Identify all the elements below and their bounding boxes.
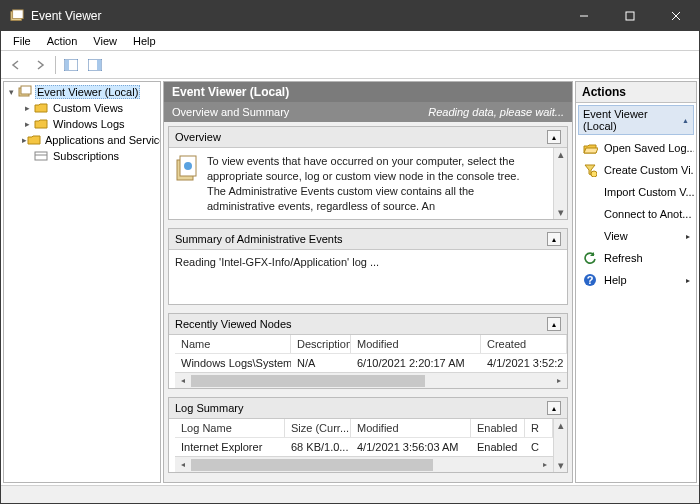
submenu-arrow-icon: ▸ <box>686 232 690 241</box>
chevron-up-icon[interactable]: ▴ <box>547 401 561 415</box>
action-open-saved-log[interactable]: Open Saved Log... <box>578 137 694 159</box>
forward-button[interactable] <box>29 54 51 76</box>
folder-icon <box>33 116 49 132</box>
scroll-left-icon[interactable]: ◂ <box>175 376 191 385</box>
scroll-left-icon[interactable]: ◂ <box>175 460 191 469</box>
scroll-right-icon[interactable]: ▸ <box>537 460 553 469</box>
collapse-icon[interactable]: ▾ <box>6 87 17 97</box>
action-refresh[interactable]: Refresh <box>578 247 694 269</box>
action-view[interactable]: View ▸ <box>578 225 694 247</box>
table-row[interactable]: Internet Explorer 68 KB/1.0... 4/1/2021 … <box>175 438 553 456</box>
maximize-button[interactable] <box>607 1 653 31</box>
tree-root[interactable]: ▾ Event Viewer (Local) <box>4 84 160 100</box>
action-import-custom-view[interactable]: Import Custom V... <box>578 181 694 203</box>
folder-icon <box>33 100 49 116</box>
col-description[interactable]: Description <box>291 335 351 353</box>
recent-hscroll[interactable]: ◂ ▸ <box>175 372 567 388</box>
svg-point-16 <box>184 162 192 170</box>
menu-help[interactable]: Help <box>125 33 164 49</box>
tree-subscriptions[interactable]: Subscriptions <box>4 148 160 164</box>
cell-enabled: Enabled <box>471 438 525 456</box>
log-summary-table: Log Name Size (Curr... Modified Enabled … <box>175 419 553 456</box>
action-label: Open Saved Log... <box>604 142 694 154</box>
tree-item-label: Applications and Services Lo <box>43 134 160 146</box>
close-button[interactable] <box>653 1 699 31</box>
cell-r: C <box>525 438 553 456</box>
center-header-title: Overview and Summary Reading data, pleas… <box>164 102 572 122</box>
center-pane: Event Viewer (Local) Overview and Summar… <box>163 81 573 483</box>
cell-created: 4/1/2021 3:52:2 <box>481 354 567 372</box>
scroll-right-icon[interactable]: ▸ <box>551 376 567 385</box>
cell-size: 68 KB/1.0... <box>285 438 351 456</box>
cell-modified: 4/1/2021 3:56:03 AM <box>351 438 471 456</box>
app-icon <box>9 8 25 24</box>
triangle-up-icon: ▲ <box>682 117 689 124</box>
show-tree-button[interactable] <box>60 54 82 76</box>
submenu-arrow-icon: ▸ <box>686 276 690 285</box>
recent-nodes-header[interactable]: Recently Viewed Nodes ▴ <box>169 314 567 335</box>
subscriptions-icon <box>33 148 49 164</box>
recent-nodes-table: Name Description Modified Created Window… <box>175 335 567 372</box>
overview-scrollbar[interactable]: ▴▾ <box>553 148 567 219</box>
minimize-button[interactable] <box>561 1 607 31</box>
actions-list: Open Saved Log... Create Custom Vi... Im… <box>578 137 694 291</box>
action-create-custom-view[interactable]: Create Custom Vi... <box>578 159 694 181</box>
action-connect-another[interactable]: Connect to Anot... <box>578 203 694 225</box>
chevron-up-icon[interactable]: ▴ <box>547 317 561 331</box>
app-window: Event Viewer File Action View Help ▾ Eve… <box>0 0 700 504</box>
col-created[interactable]: Created <box>481 335 567 353</box>
toolbar-separator <box>55 56 56 74</box>
tree-windows-logs[interactable]: ▸ Windows Logs <box>4 116 160 132</box>
col-logname[interactable]: Log Name <box>175 419 285 437</box>
table-header-row: Log Name Size (Curr... Modified Enabled … <box>175 419 553 438</box>
svg-rect-7 <box>65 60 69 70</box>
tree-app-services-logs[interactable]: ▸ Applications and Services Lo <box>4 132 160 148</box>
help-icon: ? <box>582 272 598 288</box>
tree-root-label: Event Viewer (Local) <box>35 85 140 99</box>
col-enabled[interactable]: Enabled <box>471 419 525 437</box>
action-help[interactable]: ? Help ▸ <box>578 269 694 291</box>
col-r[interactable]: R <box>525 419 553 437</box>
action-label: Connect to Anot... <box>604 208 691 220</box>
console-tree[interactable]: ▾ Event Viewer (Local) ▸ Custom Views ▸ … <box>4 82 160 482</box>
center-scroll[interactable]: Overview ▴ To view events that have occu… <box>164 122 572 482</box>
back-button[interactable] <box>5 54 27 76</box>
menu-file[interactable]: File <box>5 33 39 49</box>
admin-events-header[interactable]: Summary of Administrative Events ▴ <box>169 229 567 250</box>
summary-vscroll[interactable]: ▴▾ <box>553 419 567 472</box>
expand-icon[interactable]: ▸ <box>22 103 33 113</box>
actions-context[interactable]: Event Viewer (Local) ▲ <box>578 105 694 135</box>
col-modified[interactable]: Modified <box>351 335 481 353</box>
menu-action[interactable]: Action <box>39 33 86 49</box>
actions-pane: Actions Event Viewer (Local) ▲ Open Save… <box>575 81 697 483</box>
overview-section-header[interactable]: Overview ▴ <box>169 127 567 148</box>
event-viewer-icon <box>17 84 33 100</box>
log-summary-header[interactable]: Log Summary ▴ <box>169 398 567 419</box>
svg-rect-12 <box>35 152 47 160</box>
window-title: Event Viewer <box>31 9 561 23</box>
col-modified[interactable]: Modified <box>351 419 471 437</box>
col-size[interactable]: Size (Curr... <box>285 419 351 437</box>
col-name[interactable]: Name <box>175 335 291 353</box>
admin-events-section: Summary of Administrative Events ▴ Readi… <box>168 228 568 305</box>
table-row[interactable]: Windows Logs\System N/A 6/10/2021 2:20:1… <box>175 354 567 372</box>
action-label: View <box>604 230 628 242</box>
recent-nodes-title: Recently Viewed Nodes <box>175 318 292 330</box>
actions-context-label: Event Viewer (Local) <box>583 108 682 132</box>
svg-rect-3 <box>626 12 634 20</box>
menu-view[interactable]: View <box>85 33 125 49</box>
admin-events-reading: Reading 'Intel-GFX-Info/Application' log… <box>175 256 379 268</box>
center-header-node: Event Viewer (Local) <box>164 82 572 102</box>
log-summary-title: Log Summary <box>175 402 243 414</box>
chevron-up-icon[interactable]: ▴ <box>547 130 561 144</box>
admin-events-title: Summary of Administrative Events <box>175 233 343 245</box>
title-bar: Event Viewer <box>1 1 699 31</box>
chevron-up-icon[interactable]: ▴ <box>547 232 561 246</box>
expand-icon[interactable]: ▸ <box>22 119 33 129</box>
show-actions-button[interactable] <box>84 54 106 76</box>
tree-custom-views[interactable]: ▸ Custom Views <box>4 100 160 116</box>
tree-pane: ▾ Event Viewer (Local) ▸ Custom Views ▸ … <box>3 81 161 483</box>
reading-status: Reading data, please wait... <box>428 106 564 118</box>
summary-hscroll[interactable]: ◂ ▸ <box>175 456 553 472</box>
overview-text: To view events that have occurred on you… <box>207 154 547 213</box>
